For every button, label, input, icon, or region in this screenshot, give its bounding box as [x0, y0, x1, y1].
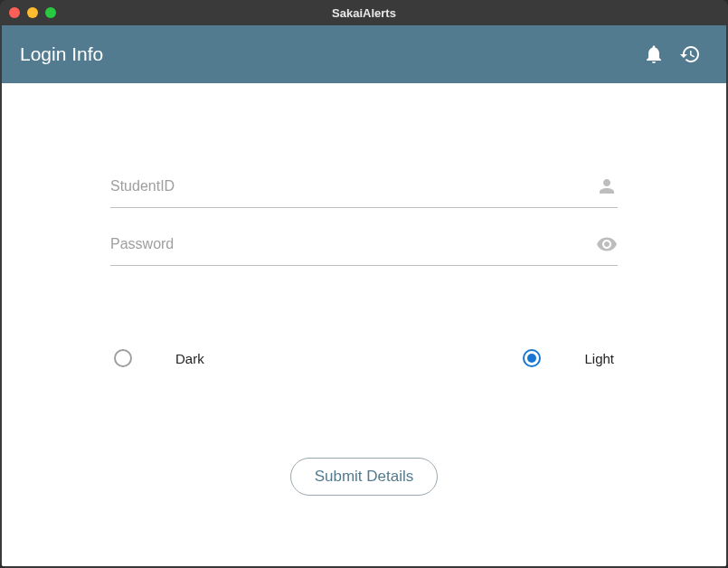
password-row [110, 222, 618, 266]
submit-button[interactable]: Submit Details [290, 458, 439, 496]
titlebar: SakaiAlerts [0, 0, 728, 25]
theme-radio-row: Dark Light [110, 349, 618, 367]
minimize-button[interactable] [27, 7, 38, 18]
student-id-input[interactable] [110, 165, 596, 207]
maximize-button[interactable] [45, 7, 56, 18]
bell-icon [643, 43, 665, 65]
appbar: Login Info [2, 25, 726, 83]
window-controls [9, 7, 56, 18]
window-title: SakaiAlerts [0, 6, 728, 20]
light-radio-label: Light [584, 351, 614, 366]
history-icon [679, 43, 701, 65]
person-icon [596, 175, 618, 197]
close-button[interactable] [9, 7, 20, 18]
page-title: Login Info [20, 43, 103, 65]
light-radio[interactable] [523, 349, 541, 367]
visibility-icon[interactable] [596, 233, 618, 255]
history-button[interactable] [672, 36, 708, 72]
login-form: Dark Light Submit Details [2, 83, 726, 566]
dark-radio[interactable] [114, 349, 132, 367]
student-id-row [110, 165, 618, 208]
password-input[interactable] [110, 222, 596, 265]
light-theme-option: Light [523, 349, 614, 367]
app-container: Login Info [2, 25, 726, 566]
submit-row: Submit Details [110, 458, 618, 496]
dark-radio-label: Dark [175, 351, 204, 366]
notifications-button[interactable] [636, 36, 672, 72]
dark-theme-option: Dark [114, 349, 204, 367]
app-window: SakaiAlerts Login Info [0, 0, 728, 568]
